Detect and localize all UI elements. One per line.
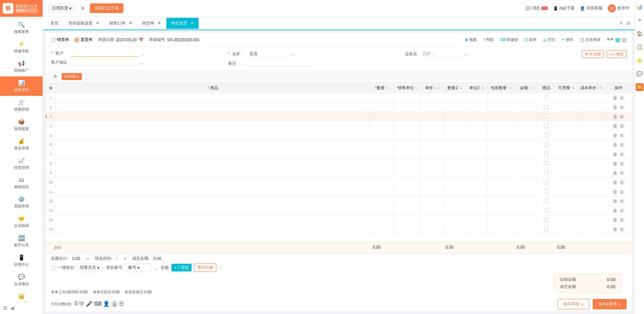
- quantity-cell[interactable]: [370, 93, 394, 103]
- sidebar-item-basics[interactable]: 🗂 基础信息: [0, 174, 43, 193]
- available-cell[interactable]: [555, 149, 578, 159]
- cost-cell[interactable]: [578, 196, 605, 206]
- quantity-cell[interactable]: [370, 187, 394, 196]
- amount-cell[interactable]: [515, 206, 538, 215]
- quantity-cell[interactable]: [370, 103, 394, 112]
- tab-close-sales-return[interactable]: ✕: [191, 21, 194, 25]
- price-cell[interactable]: [421, 225, 444, 234]
- shortcut-btn[interactable]: ⌨ 快捷键: [498, 36, 520, 43]
- pack-qty-cell[interactable]: [488, 103, 515, 112]
- goods-cell[interactable]: [56, 131, 370, 140]
- warehouse-input[interactable]: 总仓: [248, 50, 288, 58]
- goods-cell[interactable]: [56, 93, 370, 103]
- unit2-cell[interactable]: [466, 103, 488, 112]
- quantity-cell[interactable]: [370, 178, 394, 187]
- unit-cell[interactable]: [394, 103, 421, 112]
- quantity-cell[interactable]: [370, 168, 394, 178]
- calendar-icon[interactable]: 📅: [139, 38, 144, 42]
- sidebar-item-system[interactable]: ⚙️ 系统管理: [0, 193, 43, 212]
- sidebar-item-search[interactable]: 🔍 搜索菜单: [0, 18, 43, 38]
- fee-info-icon[interactable]: ?: [219, 265, 221, 270]
- amount-cell[interactable]: [515, 112, 538, 121]
- unit2-cell[interactable]: [466, 140, 488, 149]
- amount-cell[interactable]: [515, 93, 538, 103]
- cost-info-icon[interactable]: ℹ: [597, 86, 598, 90]
- industry-selector[interactable]: 日用百货 ▾: [48, 4, 75, 13]
- view-list-btn[interactable]: ▤: [622, 37, 627, 43]
- one-click-payment-checkbox[interactable]: [51, 265, 55, 270]
- amount-cell[interactable]: [515, 131, 538, 140]
- copy-row-icon[interactable]: ⊞: [620, 189, 624, 194]
- copy-row-icon[interactable]: ⊞: [620, 151, 624, 157]
- qty2-cell[interactable]: [444, 149, 466, 159]
- price-cell[interactable]: [421, 196, 444, 206]
- cost-cell[interactable]: [578, 131, 605, 140]
- pack-qty-cell[interactable]: [488, 93, 515, 103]
- customer-input[interactable]: [71, 50, 139, 57]
- available-cell[interactable]: [555, 103, 578, 112]
- pack-qty-cell[interactable]: [488, 121, 515, 131]
- unit2-cell[interactable]: [466, 168, 488, 178]
- cost-cell[interactable]: [578, 121, 605, 131]
- cost-cell[interactable]: [578, 178, 605, 187]
- sidebar-item-purchase[interactable]: 🛒 采购管理: [0, 96, 43, 115]
- price-cell[interactable]: [421, 131, 444, 140]
- qty2-cell[interactable]: [444, 140, 466, 149]
- tab-close-sales-order[interactable]: ✕: [129, 21, 132, 25]
- price-cell[interactable]: [421, 149, 444, 159]
- copy-row-icon[interactable]: ⊞: [620, 208, 624, 213]
- cost-cell[interactable]: [578, 187, 605, 196]
- cost-cell[interactable]: [578, 225, 605, 234]
- unit-cell[interactable]: [394, 159, 421, 168]
- quantity-cell[interactable]: [370, 159, 394, 168]
- unit2-cell[interactable]: [466, 178, 488, 187]
- col-gear[interactable]: ⚙: [46, 83, 56, 93]
- unit2-cell[interactable]: [466, 215, 488, 225]
- unit-cell[interactable]: [394, 178, 421, 187]
- settings-bottom-icon[interactable]: ⚙: [3, 305, 7, 311]
- unit-cell[interactable]: [394, 112, 421, 121]
- quantity-cell[interactable]: [370, 215, 394, 225]
- sidebar-item-enterprise[interactable]: 🤝 企业协同: [0, 212, 43, 232]
- goods-cell[interactable]: [56, 178, 370, 187]
- copy-row-icon[interactable]: ⊞: [620, 123, 624, 129]
- unit-cell[interactable]: [394, 196, 421, 206]
- amount-cell[interactable]: [515, 149, 538, 159]
- available-cell[interactable]: [555, 159, 578, 168]
- sidebar-item-operations[interactable]: 📈 经营管理: [0, 154, 43, 174]
- unit2-cell[interactable]: [466, 159, 488, 168]
- goods-cell[interactable]: [56, 121, 370, 131]
- unit2-cell[interactable]: [466, 206, 488, 215]
- available-cell[interactable]: [555, 187, 578, 196]
- copy-row-icon[interactable]: ⊞: [620, 170, 624, 176]
- copy-row-icon[interactable]: ⊞: [620, 114, 624, 119]
- unit-cell[interactable]: [394, 149, 421, 159]
- delete-row-icon[interactable]: 🗑: [613, 114, 618, 119]
- goods-cell[interactable]: [56, 215, 370, 225]
- qty2-cell[interactable]: [444, 168, 466, 178]
- available-cell[interactable]: [555, 196, 578, 206]
- amount-cell[interactable]: [515, 178, 538, 187]
- unit-cell[interactable]: [394, 168, 421, 178]
- logistics-btn[interactable]: + + 物流: [607, 50, 627, 58]
- unit2-cell[interactable]: [466, 225, 488, 234]
- qty2-cell[interactable]: [444, 225, 466, 234]
- pack-qty-cell[interactable]: [488, 196, 515, 206]
- pack-qty-cell[interactable]: [488, 225, 515, 234]
- tab-close-price-settings[interactable]: ✕: [96, 21, 99, 25]
- rs-icon-4[interactable]: 📋: [636, 43, 644, 51]
- sidebar-item-apps[interactable]: 📱 应用中心: [0, 251, 43, 270]
- available-cell[interactable]: [555, 140, 578, 149]
- available-cell[interactable]: [555, 93, 578, 103]
- scan-btn[interactable]: 扫码录入: [62, 73, 82, 80]
- delete-row-icon[interactable]: 🗑: [613, 161, 618, 166]
- experience-btn[interactable]: 体验行业方案: [90, 3, 123, 13]
- cost-cell[interactable]: [578, 149, 605, 159]
- copy-row-icon[interactable]: ⊞: [620, 142, 624, 147]
- rs-icon-7[interactable]: 🔔: [636, 83, 644, 91]
- price-cell[interactable]: [421, 206, 444, 215]
- goods-cell[interactable]: [56, 206, 370, 215]
- radio-sales-bill[interactable]: 销货单: [51, 37, 69, 43]
- amount-cell[interactable]: [515, 140, 538, 149]
- unit-cell[interactable]: [394, 215, 421, 225]
